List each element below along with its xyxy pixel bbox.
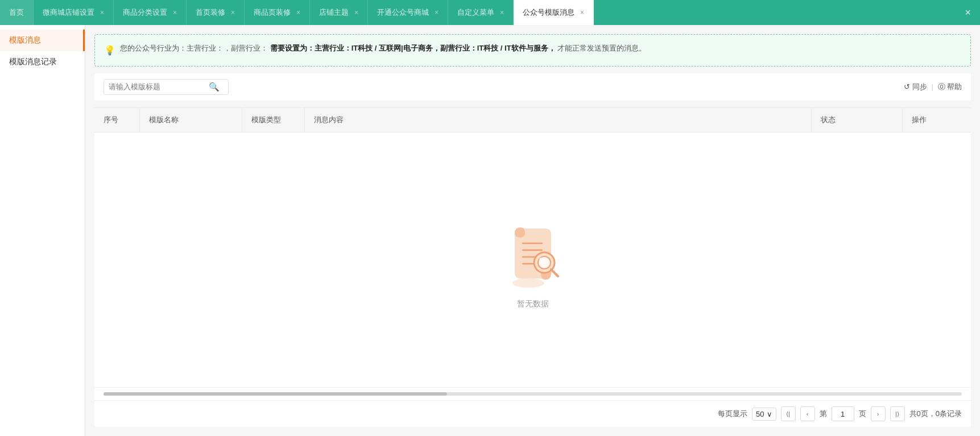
tab-home-decor-label: 首页装修 xyxy=(196,7,225,18)
page-size-prefix: 每页显示 xyxy=(718,409,747,419)
sidebar-item-template-msg[interactable]: 模版消息 xyxy=(0,30,85,51)
close-mp-template-msg-icon[interactable]: × xyxy=(580,9,584,16)
pagination: 每页显示 50 ∨ ⟨| ‹ 第 页 › |⟩ 共0页，0条记录 xyxy=(94,400,971,427)
tab-store-theme[interactable]: 店铺主题 × xyxy=(310,0,368,25)
tab-category-settings-label: 商品分类设置 xyxy=(123,7,167,18)
sync-label: 同步 xyxy=(912,82,927,92)
close-open-mp-store-icon[interactable]: × xyxy=(435,9,439,16)
notice-box: 💡 您的公众号行业为：主营行业：，副营行业： 需要设置为：主营行业：IT科技 /… xyxy=(94,34,971,67)
svg-point-0 xyxy=(512,279,544,288)
sidebar-item-template-msg-label: 模版消息 xyxy=(9,35,41,44)
page-size-value: 50 xyxy=(756,410,764,418)
close-custom-menu-icon[interactable]: × xyxy=(500,9,504,16)
sidebar-item-template-msg-log-label: 模版消息记录 xyxy=(9,57,57,66)
tab-category-settings[interactable]: 商品分类设置 × xyxy=(114,0,187,25)
last-page-button[interactable]: |⟩ xyxy=(890,406,905,421)
notice-text: 您的公众号行业为：主营行业：，副营行业： 需要设置为：主营行业：IT科技 / 互… xyxy=(120,43,646,55)
content-area: 💡 您的公众号行业为：主营行业：，副营行业： 需要设置为：主营行业：IT科技 /… xyxy=(85,25,980,436)
topbar: 首页 微商城店铺设置 × 商品分类设置 × 首页装修 × 商品页装修 × 店铺主… xyxy=(0,0,980,25)
help-label: 帮助 xyxy=(947,82,962,92)
th-index: 序号 xyxy=(94,108,140,132)
sync-button[interactable]: ↺ 同步 xyxy=(904,82,927,92)
close-category-settings-icon[interactable]: × xyxy=(173,9,177,16)
tab-store-theme-label: 店铺主题 xyxy=(319,7,349,18)
help-circle-icon: ⓪ xyxy=(938,82,945,92)
global-close-button[interactable]: × xyxy=(956,7,980,19)
scrollbar-track[interactable] xyxy=(104,392,962,396)
tab-weshop-settings-label: 微商城店铺设置 xyxy=(43,7,94,18)
notice-highlight: 需要设置为：主营行业：IT科技 / 互联网|电子商务，副营行业：IT科技 / I… xyxy=(270,44,556,52)
first-page-button[interactable]: ⟨| xyxy=(781,406,796,421)
page-input[interactable] xyxy=(832,406,854,421)
close-weshop-settings-icon[interactable]: × xyxy=(100,9,104,16)
help-button[interactable]: ⓪ 帮助 xyxy=(938,82,962,92)
sync-icon: ↺ xyxy=(904,82,910,91)
table-container: 序号 模版名称 模版类型 消息内容 状态 操作 xyxy=(94,107,971,427)
th-content: 消息内容 xyxy=(305,108,812,132)
tab-home-decor[interactable]: 首页装修 × xyxy=(187,0,245,25)
tab-weshop-settings[interactable]: 微商城店铺设置 × xyxy=(34,0,114,25)
notice-icon: 💡 xyxy=(104,43,115,58)
svg-point-8 xyxy=(539,258,543,261)
close-home-decor-icon[interactable]: × xyxy=(231,9,235,16)
search-icon[interactable]: 🔍 xyxy=(209,82,220,92)
tab-home[interactable]: 首页 xyxy=(0,0,34,25)
tab-home-label: 首页 xyxy=(9,7,24,18)
th-status: 状态 xyxy=(812,108,903,132)
tab-mp-template-msg[interactable]: 公众号模版消息 × xyxy=(514,0,594,25)
page-size-chevron-icon: ∨ xyxy=(767,410,772,418)
page-unit: 页 xyxy=(859,409,866,419)
tab-open-mp-store[interactable]: 开通公众号商城 × xyxy=(368,0,448,25)
scrollbar-thumb[interactable] xyxy=(104,392,447,396)
tab-product-decor-label: 商品页装修 xyxy=(254,7,291,18)
svg-line-7 xyxy=(551,269,558,276)
main-layout: 模版消息 模版消息记录 💡 您的公众号行业为：主营行业：，副营行业： 需要设置为… xyxy=(0,25,980,436)
sidebar-item-template-msg-log[interactable]: 模版消息记录 xyxy=(0,51,85,73)
toolbar-right: ↺ 同步 | ⓪ 帮助 xyxy=(904,82,962,92)
tab-open-mp-store-label: 开通公众号商城 xyxy=(377,7,429,18)
scrollbar-area[interactable] xyxy=(94,387,971,400)
tab-product-decor[interactable]: 商品页装修 × xyxy=(245,0,310,25)
table-header: 序号 模版名称 模版类型 消息内容 状态 操作 xyxy=(94,107,971,132)
th-name: 模版名称 xyxy=(140,108,242,132)
close-product-decor-icon[interactable]: × xyxy=(296,9,300,16)
close-store-theme-icon[interactable]: × xyxy=(354,9,358,16)
sidebar: 模版消息 模版消息记录 xyxy=(0,25,85,436)
th-actions: 操作 xyxy=(903,108,971,132)
tab-mp-template-msg-label: 公众号模版消息 xyxy=(523,7,574,18)
search-input-wrap[interactable]: 🔍 xyxy=(104,79,229,95)
notice-suffix: 才能正常发送预置的消息。 xyxy=(557,44,646,52)
empty-illustration xyxy=(499,222,567,290)
search-bar: 🔍 ↺ 同步 | ⓪ 帮助 xyxy=(94,73,971,101)
toolbar-divider: | xyxy=(932,82,933,91)
tab-custom-menu-label: 自定义菜单 xyxy=(457,7,494,18)
empty-state: 暂无数据 xyxy=(94,132,971,387)
next-page-button[interactable]: › xyxy=(871,406,886,421)
page-word: 第 xyxy=(820,409,827,419)
notice-prefix: 您的公众号行业为：主营行业：，副营行业： xyxy=(120,44,268,52)
empty-text: 暂无数据 xyxy=(517,299,549,309)
page-size-select[interactable]: 50 ∨ xyxy=(752,408,776,421)
tab-custom-menu[interactable]: 自定义菜单 × xyxy=(448,0,514,25)
prev-page-button[interactable]: ‹ xyxy=(800,406,815,421)
th-type: 模版类型 xyxy=(242,108,305,132)
search-input[interactable] xyxy=(109,82,205,91)
total-text: 共0页，0条记录 xyxy=(909,409,962,419)
